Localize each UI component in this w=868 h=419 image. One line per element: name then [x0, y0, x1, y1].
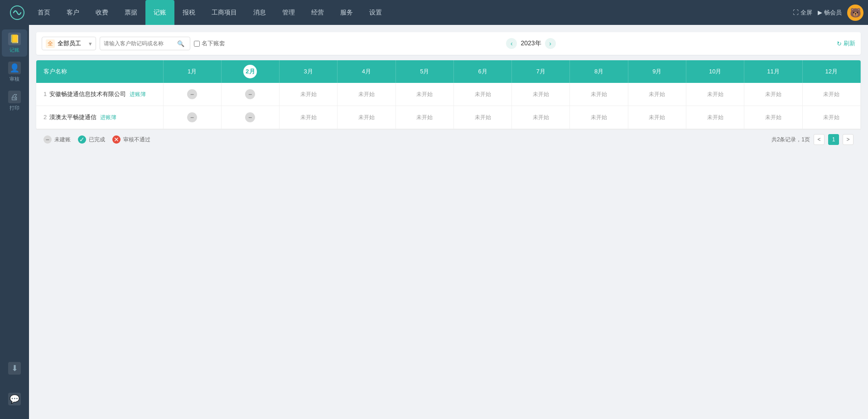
prev-year-button[interactable]: ‹ — [506, 38, 517, 49]
sidebar-item-accounting[interactable]: 📒 记账 — [2, 29, 27, 57]
nav-settings[interactable]: 设置 — [361, 0, 390, 25]
nav-business[interactable]: 工商项目 — [203, 0, 245, 25]
status-not-created: – — [245, 89, 255, 99]
col-aug: 8月 — [570, 60, 628, 83]
nav-menu: 首页 客户 收费 票据 记账 报税 工商项目 消息 管理 经营 服务 设置 — [29, 0, 793, 25]
cell-name-0: 1安徽畅捷通信息技术有限公司进账簿 — [36, 83, 163, 106]
legend-dot-teal: ✓ — [78, 135, 86, 144]
col-dec: 12月 — [802, 60, 860, 83]
enter-ledger-link[interactable]: 进账簿 — [130, 91, 146, 97]
legend-unstarted: – 未建账 — [43, 135, 71, 144]
chat-icon: 💬 — [8, 393, 21, 405]
sidebar-item-review[interactable]: 👤 审核 — [2, 58, 27, 86]
avatar[interactable]: 🐻 — [847, 5, 863, 21]
cell-month-0-10: 未开始 — [744, 83, 802, 106]
table-row: 1安徽畅捷通信息技术有限公司进账簿––未开始未开始未开始未开始未开始未开始未开始… — [36, 83, 861, 106]
nav-service[interactable]: 服务 — [332, 0, 361, 25]
play-icon: ▶ — [818, 9, 822, 16]
nav-tax[interactable]: 报税 — [174, 0, 203, 25]
status-not-created: – — [187, 89, 197, 99]
cell-month-1-6: 未开始 — [512, 106, 570, 129]
next-year-button[interactable]: › — [545, 38, 556, 49]
cell-month-1-5: 未开始 — [453, 106, 511, 129]
status-unstarted: 未开始 — [300, 114, 317, 120]
top-navigation: 首页 客户 收费 票据 记账 报税 工商项目 消息 管理 经营 服务 设置 ⛶ … — [0, 0, 868, 25]
pagination-summary: 共2条记录，1页 — [772, 136, 810, 144]
my-accounts-checkbox-label[interactable]: 名下账套 — [194, 39, 225, 48]
fullscreen-icon: ⛶ — [793, 9, 799, 16]
employee-select[interactable]: 全 全部员工 ▾ — [42, 37, 96, 50]
download-icon: ⬇ — [8, 362, 21, 375]
status-unstarted: 未开始 — [533, 91, 549, 97]
cell-month-1-10: 未开始 — [744, 106, 802, 129]
cell-month-0-7: 未开始 — [570, 83, 628, 106]
logo[interactable] — [5, 5, 29, 20]
search-input-wrap[interactable]: 🔍 — [100, 37, 190, 50]
status-unstarted: 未开始 — [475, 114, 491, 120]
cell-month-1-3: 未开始 — [338, 106, 395, 129]
nav-right-actions: ⛶ 全屏 ▶ 畅会员 🐻 — [793, 5, 863, 21]
enter-ledger-link[interactable]: 进账簿 — [100, 114, 116, 120]
employee-tag: 全 — [46, 39, 55, 48]
status-unstarted: 未开始 — [823, 114, 839, 120]
table-row: 2漠澳太平畅捷通信进账簿––未开始未开始未开始未开始未开始未开始未开始未开始未开… — [36, 106, 861, 129]
next-page-button[interactable]: > — [843, 134, 854, 145]
sidebar-item-print[interactable]: 🖨 打印 — [2, 87, 27, 115]
legend-completed: ✓ 已完成 — [78, 135, 105, 144]
accounting-table: 客户名称 1月 2月 3月 4月 5月 6月 7月 8月 9月 10月 11月 — [36, 60, 861, 129]
nav-operation[interactable]: 经营 — [303, 0, 332, 25]
status-not-created: – — [187, 112, 197, 122]
prev-page-button[interactable]: < — [814, 134, 825, 145]
cell-name-1: 2漠澳太平畅捷通信进账簿 — [36, 106, 163, 129]
table-header-row: 客户名称 1月 2月 3月 4月 5月 6月 7月 8月 9月 10月 11月 — [36, 60, 861, 83]
nav-invoice[interactable]: 票据 — [116, 0, 145, 25]
sidebar-item-download[interactable]: ⬇ — [2, 355, 27, 382]
legend-rejected: ✕ 审核不通过 — [112, 135, 150, 144]
col-sep: 9月 — [628, 60, 686, 83]
table-body: 1安徽畅捷通信息技术有限公司进账簿––未开始未开始未开始未开始未开始未开始未开始… — [36, 83, 861, 129]
nav-fee[interactable]: 收费 — [87, 0, 116, 25]
refresh-button[interactable]: ↻ 刷新 — [837, 39, 855, 48]
refresh-icon: ↻ — [837, 40, 842, 47]
nav-manage[interactable]: 管理 — [274, 0, 303, 25]
status-unstarted: 未开始 — [765, 91, 781, 97]
col-jan: 1月 — [163, 60, 221, 83]
status-unstarted: 未开始 — [823, 91, 839, 97]
search-input[interactable] — [104, 40, 175, 47]
col-may: 5月 — [395, 60, 453, 83]
content-area: 全 全部员工 ▾ 🔍 名下账套 ‹ 2023年 › ↻ 刷新 — [29, 25, 868, 419]
accounting-icon: 📒 — [8, 33, 21, 45]
cell-month-1-4: 未开始 — [395, 106, 453, 129]
status-not-created: – — [245, 112, 255, 122]
current-month-badge: 2月 — [243, 65, 257, 78]
page-1-button[interactable]: 1 — [828, 134, 839, 145]
sidebar-item-chat[interactable]: 💬 — [2, 385, 27, 413]
cell-month-1-8: 未开始 — [628, 106, 686, 129]
sidebar: 📒 记账 👤 审核 🖨 打印 ⬇ 💬 — [0, 25, 29, 419]
cell-month-1-1: – — [221, 106, 279, 129]
status-unstarted: 未开始 — [358, 114, 375, 120]
footer: – 未建账 ✓ 已完成 ✕ 审核不通过 共2条记录，1页 < 1 > — [36, 129, 861, 149]
col-jun: 6月 — [453, 60, 511, 83]
member-button[interactable]: ▶ 畅会员 — [818, 9, 842, 17]
my-accounts-checkbox[interactable] — [194, 41, 200, 47]
status-unstarted: 未开始 — [765, 114, 781, 120]
customer-name: 漠澳太平畅捷通信 — [49, 114, 96, 120]
table-container[interactable]: 客户名称 1月 2月 3月 4月 5月 6月 7月 8月 9月 10月 11月 — [36, 60, 861, 129]
nav-customer[interactable]: 客户 — [58, 0, 87, 25]
nav-message[interactable]: 消息 — [245, 0, 274, 25]
nav-home[interactable]: 首页 — [29, 0, 58, 25]
status-unstarted: 未开始 — [416, 91, 433, 97]
fullscreen-button[interactable]: ⛶ 全屏 — [793, 9, 812, 17]
status-unstarted: 未开始 — [358, 91, 375, 97]
cell-month-0-4: 未开始 — [395, 83, 453, 106]
nav-accounting[interactable]: 记账 — [145, 0, 174, 25]
search-icon[interactable]: 🔍 — [175, 40, 186, 47]
col-nov: 11月 — [744, 60, 802, 83]
cell-month-0-11: 未开始 — [802, 83, 860, 106]
cell-month-0-1: – — [221, 83, 279, 106]
status-unstarted: 未开始 — [300, 91, 317, 97]
cell-month-1-9: 未开始 — [686, 106, 744, 129]
status-unstarted: 未开始 — [707, 114, 723, 120]
pagination-area: 共2条记录，1页 < 1 > — [772, 134, 854, 145]
